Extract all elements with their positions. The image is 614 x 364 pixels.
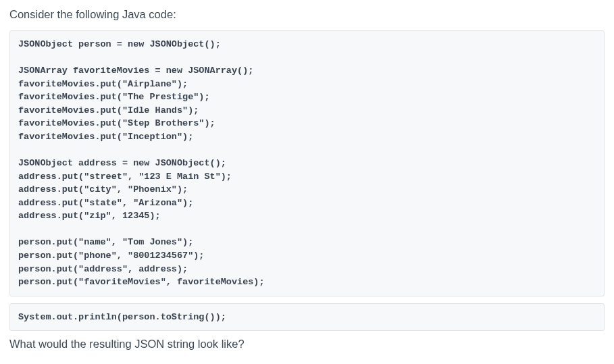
code-line: favoriteMovies.put("Airplane"); [18,79,188,89]
code-line: address.put("zip", 12345); [18,211,161,221]
question-intro: Consider the following Java code: [9,8,605,21]
code-line: JSONObject person = new JSONObject(); [18,39,221,49]
code-line: person.put("name", "Tom Jones"); [18,237,193,247]
code-block-print: System.out.println(person.toString()); [9,303,605,332]
code-line: address.put("city", "Phoenix"); [18,184,188,194]
code-line: JSONArray favoriteMovies = new JSONArray… [18,66,253,76]
code-line: favoriteMovies.put("Idle Hands"); [18,105,199,115]
code-line: address.put("street", "123 E Main St"); [18,172,232,182]
code-line: person.put("phone", "8001234567"); [18,251,204,261]
code-block-main: JSONObject person = new JSONObject(); JS… [9,30,605,296]
code-line: address.put("state", "Arizona"); [18,198,193,208]
code-line: person.put("favoriteMovies", favoriteMov… [18,277,265,287]
code-line: System.out.println(person.toString()); [18,312,226,322]
code-line: favoriteMovies.put("Inception"); [18,132,193,142]
code-line: JSONObject address = new JSONObject(); [18,158,226,168]
code-line: favoriteMovies.put("The Prestige"); [18,92,210,102]
question-outro: What would the resulting JSON string loo… [9,338,605,350]
code-line: favoriteMovies.put("Step Brothers"); [18,118,215,128]
code-line: person.put("address", address); [18,264,188,274]
